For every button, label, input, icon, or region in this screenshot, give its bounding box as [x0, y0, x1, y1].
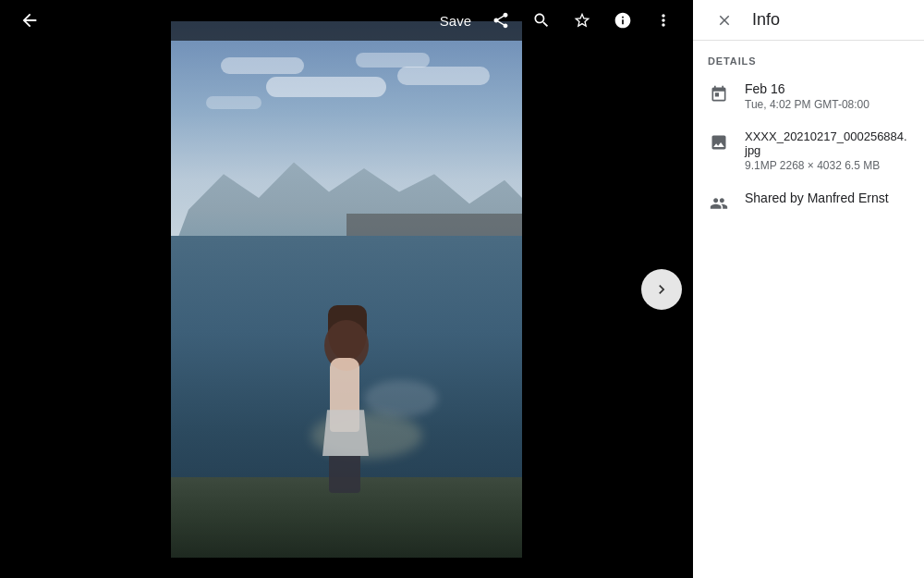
file-info: 9.1MP 2268 × 4032 6.5 MB — [745, 159, 909, 172]
photo-image — [171, 21, 522, 558]
info-panel-title: Info — [752, 10, 909, 30]
date-detail-text: Feb 16 Tue, 4:02 PM GMT-08:00 — [745, 81, 869, 111]
next-button[interactable] — [641, 269, 682, 310]
zoom-button[interactable] — [523, 2, 560, 39]
toolbar-right: Save — [432, 2, 682, 39]
calendar-icon — [708, 83, 730, 105]
share-button[interactable] — [482, 2, 519, 39]
back-button[interactable] — [11, 2, 48, 39]
more-button[interactable] — [645, 2, 682, 39]
file-detail-text: XXXX_20210217_000256884.jpg 9.1MP 2268 ×… — [745, 129, 909, 172]
main-container: Save — [0, 0, 924, 578]
file-name: XXXX_20210217_000256884.jpg — [745, 129, 909, 157]
info-body: DETAILS Feb 16 Tue, 4:02 PM GMT-08:00 — [693, 41, 924, 578]
toolbar: Save — [0, 0, 693, 41]
date-detail-row: Feb 16 Tue, 4:02 PM GMT-08:00 — [708, 81, 909, 111]
toolbar-left — [11, 2, 48, 39]
photo-area: Save — [0, 0, 693, 578]
info-panel: Info DETAILS Feb 16 Tue, 4:02 PM GMT-08:… — [693, 0, 924, 578]
shared-detail-row: Shared by Manfred Ernst — [708, 191, 909, 215]
date-main: Feb 16 — [745, 81, 869, 96]
shared-detail-text: Shared by Manfred Ernst — [745, 191, 889, 205]
star-button[interactable] — [564, 2, 601, 39]
info-button[interactable] — [604, 2, 641, 39]
people-icon — [708, 192, 730, 215]
date-sub: Tue, 4:02 PM GMT-08:00 — [745, 98, 869, 111]
details-section-label: DETAILS — [708, 55, 909, 67]
save-button[interactable]: Save — [432, 7, 479, 34]
file-detail-row: XXXX_20210217_000256884.jpg 9.1MP 2268 ×… — [708, 129, 909, 172]
info-header: Info — [693, 0, 924, 41]
info-close-button[interactable] — [708, 4, 741, 37]
shared-by-text: Shared by Manfred Ernst — [745, 191, 889, 205]
image-icon — [708, 131, 730, 154]
